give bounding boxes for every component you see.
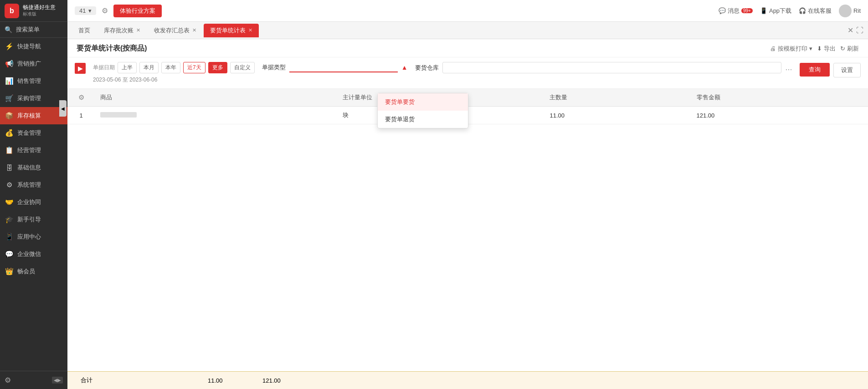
- sidebar-item-member[interactable]: 👑畅会员: [0, 263, 67, 280]
- refresh-button[interactable]: ↻ 刷新: [840, 45, 859, 53]
- sidebar-item-system[interactable]: ⚙系统管理: [0, 176, 67, 194]
- online-service-label: 在线客服: [808, 7, 832, 15]
- topbar-left: 41 ▾ ⚙ 体验行业方案: [75, 5, 162, 17]
- sidebar-icon-sales: 📊: [5, 77, 14, 85]
- sidebar-item-apps[interactable]: 📱应用中心: [0, 228, 67, 246]
- sidebar-item-purchase[interactable]: 🛒采购管理: [0, 90, 67, 107]
- type-filter-input[interactable]: [289, 62, 398, 72]
- tab-close-batch-account[interactable]: ✕: [136, 27, 140, 33]
- sidebar-item-wechat[interactable]: 💬企业微信: [0, 246, 67, 263]
- print-icon: 🖨: [770, 45, 776, 52]
- tab-home[interactable]: 首页: [72, 24, 97, 37]
- user-avatar-area[interactable]: Rit: [839, 5, 861, 17]
- sidebar-label-base: 基础信息: [17, 164, 41, 172]
- footer-label: 合计: [73, 376, 100, 384]
- sidebar-icon-system: ⚙: [5, 181, 14, 189]
- filter-expand-button[interactable]: ▶: [75, 63, 86, 74]
- main-area: 41 ▾ ⚙ 体验行业方案 💬 消息 99+ 📱 App下载 🎧 在线客服: [67, 0, 868, 389]
- table-container: ⚙ 商品 主计量单位 主数量 零售金额 1 块 11.00 121.00: [67, 89, 868, 371]
- more-dates-button[interactable]: 更多: [208, 62, 227, 73]
- tab-count-chevron[interactable]: ▾: [88, 7, 92, 14]
- sidebar-scroll-btn[interactable]: ◀▶: [52, 377, 63, 384]
- tabs-bar: 首页库存批次账✕收发存汇总表✕要货单统计表✕ ✕ ⛶: [67, 22, 868, 39]
- dropdown-item-requisition[interactable]: 要货单要货: [378, 93, 468, 111]
- online-service-button[interactable]: 🎧 在线客服: [799, 7, 832, 15]
- topbar: 41 ▾ ⚙ 体验行业方案 💬 消息 99+ 📱 App下载 🎧 在线客服: [67, 0, 868, 22]
- headset-icon: 🎧: [799, 7, 806, 14]
- this-year-button[interactable]: 本年: [161, 62, 180, 73]
- tabs-maximize-icon[interactable]: ⛶: [856, 26, 863, 35]
- sidebar-item-marketing[interactable]: 📢营销推广: [0, 55, 67, 72]
- this-month-button[interactable]: 本月: [139, 62, 159, 73]
- print-template-button[interactable]: 🖨 按模板打印 ▾: [770, 45, 812, 53]
- sidebar-icon-wechat: 💬: [5, 250, 14, 258]
- tabs-bar-right: ✕ ⛶: [847, 26, 863, 35]
- settings-bottom-icon[interactable]: ⚙: [5, 376, 11, 384]
- date-range-display: 2023-05-06 至 2023-06-06: [93, 76, 255, 84]
- sidebar-item-quick-nav[interactable]: ⚡快捷导航: [0, 38, 67, 55]
- sidebar-item-enterprise[interactable]: 🤝企业协同: [0, 194, 67, 211]
- sidebar-item-base[interactable]: 🗄基础信息: [0, 159, 67, 176]
- filter-settings-button[interactable]: 设置: [833, 63, 861, 77]
- col-settings-icon[interactable]: ⚙: [78, 93, 84, 101]
- sidebar-item-operations[interactable]: 📋经营管理: [0, 142, 67, 159]
- sidebar-item-sales[interactable]: 📊销售管理: [0, 72, 67, 90]
- sidebar-item-guide[interactable]: 🎓新手引导: [0, 211, 67, 228]
- last-half-button[interactable]: 上半: [118, 62, 137, 73]
- tab-count-display[interactable]: 41 ▾: [75, 6, 96, 15]
- tabs-close-all-icon[interactable]: ✕: [847, 26, 853, 35]
- app-logo: b 畅捷通好生意 标准版: [0, 0, 67, 22]
- sidebar-label-enterprise: 企业协同: [17, 198, 41, 206]
- custom-date-button[interactable]: 自定义: [230, 62, 255, 73]
- sidebar-collapse-button[interactable]: ◀: [59, 100, 67, 117]
- page-header: 要货单统计表(按商品) 🖨 按模板打印 ▾ ⬇ 导出 ↻ 刷新: [67, 39, 868, 57]
- sidebar-search[interactable]: 🔍 搜索菜单: [0, 22, 67, 38]
- col-amount: 零售金额: [691, 89, 868, 107]
- app-download-button[interactable]: 📱 App下载: [760, 7, 791, 15]
- sidebar-item-inventory[interactable]: 📦库存核算: [0, 107, 67, 124]
- search-icon: 🔍: [5, 26, 12, 33]
- topbar-settings-icon[interactable]: ⚙: [102, 6, 108, 15]
- tab-label-receivable-summary: 收发存汇总表: [154, 26, 190, 35]
- tab-receivable-summary[interactable]: 收发存汇总表✕: [148, 24, 203, 37]
- sidebar-label-guide: 新手引导: [17, 215, 41, 224]
- date-filter-label: 单据日期: [93, 64, 115, 72]
- messages-button[interactable]: 💬 消息 99+: [719, 7, 753, 15]
- cell-qty-0: 11.00: [544, 107, 691, 124]
- promo-button[interactable]: 体验行业方案: [113, 5, 162, 17]
- export-button[interactable]: ⬇ 导出: [817, 45, 836, 53]
- app-name: 畅捷通好生意: [23, 4, 56, 11]
- type-filter-group: 单据类型 ▲: [262, 62, 408, 72]
- tab-close-receivable-summary[interactable]: ✕: [192, 27, 196, 33]
- sidebar-label-member: 畅会员: [17, 267, 35, 276]
- tab-label-batch-account: 库存批次账: [104, 26, 134, 35]
- page-title: 要货单统计表(按商品): [77, 44, 147, 53]
- sidebar-icon-guide: 🎓: [5, 215, 14, 224]
- sidebar-item-finance[interactable]: 💰资金管理: [0, 124, 67, 142]
- sidebar-icon-base: 🗄: [5, 164, 14, 172]
- app-download-label: App下载: [769, 7, 791, 15]
- col-qty: 主数量: [544, 89, 691, 107]
- filter-bar: ▶ 单据日期 上半 本月 本年 近7天 更多 自定义 2023-05-06 至 …: [67, 57, 868, 89]
- date-filter-row: 单据日期 上半 本月 本年 近7天 更多 自定义: [93, 62, 255, 73]
- export-icon: ⬇: [817, 45, 822, 52]
- col-settings[interactable]: ⚙: [67, 89, 95, 107]
- last-7-button[interactable]: 近7天: [183, 62, 205, 73]
- tab-order-stats[interactable]: 要货单统计表✕: [204, 24, 259, 37]
- sidebar-label-marketing: 营销推广: [17, 60, 41, 68]
- topbar-right: 💬 消息 99+ 📱 App下载 🎧 在线客服 Rit: [719, 5, 861, 17]
- warehouse-filter-input[interactable]: [442, 62, 781, 73]
- type-filter-arrow-icon[interactable]: ▲: [401, 64, 408, 71]
- query-button[interactable]: 查询: [800, 63, 830, 77]
- user-avatar: [839, 5, 852, 17]
- messages-label: 消息: [728, 7, 740, 15]
- tab-close-order-stats[interactable]: ✕: [248, 27, 252, 33]
- tab-batch-account[interactable]: 库存批次账✕: [98, 24, 147, 37]
- dropdown-item-return[interactable]: 要货单退货: [378, 111, 468, 128]
- cell-amount-0: 121.00: [691, 107, 868, 124]
- page-header-actions: 🖨 按模板打印 ▾ ⬇ 导出 ↻ 刷新: [770, 45, 859, 53]
- warehouse-more-icon[interactable]: …: [785, 64, 792, 72]
- footer-amount: 121.00: [257, 377, 312, 384]
- sidebar-search-label: 搜索菜单: [16, 26, 40, 34]
- footer-qty: 11.00: [202, 377, 257, 384]
